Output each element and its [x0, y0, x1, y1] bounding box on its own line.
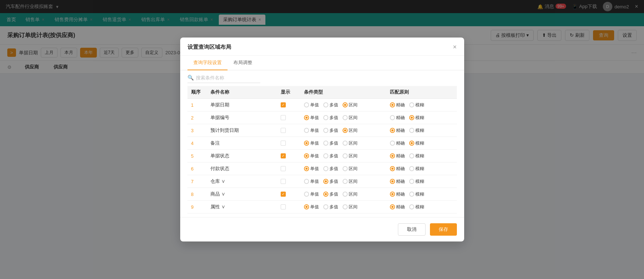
modal-dialog: 设置查询区域布局 × 查询字段设置 布局调整 🔍 顺序: [180, 38, 464, 74]
modal-header: 设置查询区域布局 ×: [180, 38, 464, 56]
modal-close-button[interactable]: ×: [453, 43, 457, 51]
modal-overlay: 设置查询区域布局 × 查询字段设置 布局调整 🔍 顺序: [0, 0, 644, 74]
tab-query-fields[interactable]: 查询字段设置: [187, 56, 228, 70]
tab-layout-adjust[interactable]: 布局调整: [228, 56, 258, 70]
modal-tabs: 查询字段设置 布局调整: [180, 56, 464, 70]
modal-search-area: 🔍: [180, 70, 464, 74]
modal-title: 设置查询区域布局: [187, 44, 231, 51]
